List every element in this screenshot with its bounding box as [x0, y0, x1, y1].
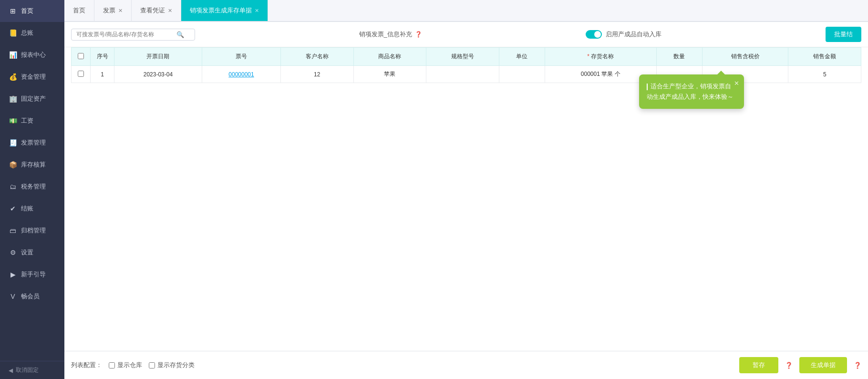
row-unit	[499, 66, 545, 83]
sidebar-item-inventory[interactable]: 📦 库存核算	[0, 154, 64, 176]
header-checkbox[interactable]	[72, 48, 91, 66]
sidebar-item-invoice[interactable]: 🧾 发票管理	[0, 132, 64, 154]
sidebar-item-home[interactable]: ⊞ 首页	[0, 0, 64, 22]
assets-icon: 🏢	[9, 95, 17, 103]
bottom-actions: 暂存 ❓ 生成单据 ❓	[739, 357, 861, 373]
header-ticket: 票号	[202, 48, 280, 66]
search-area[interactable]: 🔍	[71, 29, 195, 41]
sidebar-item-label: 发票管理	[21, 138, 46, 147]
bottom-bar: 列表配置： 显示仓库 显示存货分类 暂存 ❓ 生成单据 ❓	[64, 351, 868, 379]
sidebar-bottom-label: 取消固定	[16, 366, 39, 374]
sidebar-item-label: 资金管理	[21, 73, 46, 81]
tab-home-label: 首页	[73, 6, 85, 15]
tab-generate-inventory-label: 销项发票生成库存单据	[190, 6, 252, 15]
sidebar-item-tax[interactable]: 🗂 税务管理	[0, 176, 64, 198]
tooltip-popup: ✕ 适合生产型企业，销项发票自动生成产成品入库，快来体验～	[639, 74, 744, 109]
tab-invoice[interactable]: 发票 ✕	[94, 0, 132, 21]
tab-invoice-close-icon[interactable]: ✕	[118, 8, 123, 14]
closing-icon: ✔	[9, 205, 17, 212]
home-icon: ⊞	[9, 7, 17, 15]
info-label-text: 销项发票_信息补充	[359, 30, 412, 39]
sidebar-item-label: 结账	[21, 204, 33, 213]
tab-home[interactable]: 首页	[64, 0, 94, 21]
toggle-area: 启用产成品自动入库	[586, 30, 661, 39]
ticket-link[interactable]: 00000001	[228, 71, 254, 78]
archive-icon: 🗃	[9, 227, 17, 234]
table-header-row: 序号 开票日期 票号 客户名称 商品名称 规格型号 单位 * 存货名称 数量 销…	[72, 48, 861, 66]
sidebar-item-label: 报表中心	[21, 51, 46, 59]
sidebar-item-label: 设置	[21, 248, 33, 257]
payroll-icon: 💵	[9, 117, 17, 125]
sidebar-item-funds[interactable]: 💰 资金管理	[0, 66, 64, 88]
batch-button[interactable]: 批量结	[826, 27, 861, 42]
unpin-icon: ◀	[9, 367, 13, 374]
tab-voucher-close-icon[interactable]: ✕	[168, 8, 172, 14]
show-category-label[interactable]: 显示存货分类	[149, 361, 195, 369]
row-select-checkbox[interactable]	[78, 71, 84, 77]
row-date: 2023-03-04	[114, 66, 202, 83]
search-icon[interactable]: 🔍	[176, 31, 184, 38]
header-date: 开票日期	[114, 48, 202, 66]
vip-icon: V	[9, 293, 17, 300]
show-warehouse-checkbox[interactable]	[109, 362, 115, 368]
sidebar: ⊞ 首页 📒 总账 📊 报表中心 💰 资金管理 🏢 固定资产 💵 工资 🧾 发票…	[0, 0, 64, 379]
tab-generate-inventory-close-icon[interactable]: ✕	[255, 8, 259, 14]
info-help-icon[interactable]: ❓	[415, 31, 422, 38]
sidebar-unpin[interactable]: ◀ 取消固定	[0, 361, 64, 379]
sidebar-item-label: 工资	[21, 116, 33, 125]
header-customer: 客户名称	[281, 48, 353, 66]
tab-voucher-label: 查看凭证	[140, 6, 165, 15]
row-customer: 12	[281, 66, 353, 83]
table-container: 序号 开票日期 票号 客户名称 商品名称 规格型号 单位 * 存货名称 数量 销…	[64, 47, 868, 351]
generate-button[interactable]: 生成单据	[799, 357, 847, 373]
sidebar-item-reports[interactable]: 📊 报表中心	[0, 44, 64, 66]
main-content: 首页 发票 ✕ 查看凭证 ✕ 销项发票生成库存单据 ✕ 🔍 销项发票_信息补充 …	[64, 0, 868, 379]
sidebar-item-closing[interactable]: ✔ 结账	[0, 198, 64, 220]
sidebar-item-settings[interactable]: ⚙ 设置	[0, 242, 64, 263]
sidebar-item-label: 固定资产	[21, 95, 46, 103]
header-spec: 规格型号	[426, 48, 499, 66]
ledger-icon: 📒	[9, 29, 17, 37]
header-tax-price: 销售含税价	[702, 48, 788, 66]
tab-voucher[interactable]: 查看凭证 ✕	[132, 0, 181, 21]
required-star: *	[587, 53, 591, 60]
sidebar-item-archive[interactable]: 🗃 归档管理	[0, 220, 64, 242]
tooltip-close-icon[interactable]: ✕	[734, 78, 739, 89]
guide-icon: ▶	[9, 271, 17, 278]
sidebar-item-label: 总账	[21, 29, 33, 37]
sidebar-item-ledger[interactable]: 📒 总账	[0, 22, 64, 44]
sidebar-item-label: 畅会员	[21, 292, 40, 301]
page-body: 🔍 销项发票_信息补充 ❓ 启用产成品自动入库 批量结	[64, 22, 868, 379]
tab-invoice-label: 发票	[103, 6, 115, 15]
sidebar-item-payroll[interactable]: 💵 工资	[0, 110, 64, 132]
tab-generate-inventory[interactable]: 销项发票生成库存单据 ✕	[181, 0, 268, 21]
inventory-icon: 📦	[9, 161, 17, 168]
sidebar-item-label: 归档管理	[21, 226, 46, 235]
tax-icon: 🗂	[9, 183, 17, 190]
sidebar-item-vip[interactable]: V 畅会员	[0, 285, 64, 307]
invoice-icon: 🧾	[9, 139, 17, 147]
show-category-checkbox[interactable]	[149, 362, 155, 368]
save-help-icon[interactable]: ❓	[785, 362, 793, 369]
reports-icon: 📊	[9, 51, 17, 59]
generate-help-icon[interactable]: ❓	[854, 362, 861, 369]
sidebar-item-guide[interactable]: ▶ 新手引导	[0, 263, 64, 285]
sidebar-item-label: 库存核算	[21, 160, 46, 169]
sidebar-item-assets[interactable]: 🏢 固定资产	[0, 88, 64, 110]
sidebar-item-label: 税务管理	[21, 182, 46, 191]
header-qty: 数量	[656, 48, 702, 66]
row-checkbox[interactable]	[72, 66, 91, 83]
sidebar-item-label: 新手引导	[21, 270, 46, 279]
tooltip-text: 适合生产型企业，销项发票自动生成产成品入库，快来体验～	[647, 83, 734, 100]
row-amount: 5	[788, 66, 861, 83]
show-warehouse-label[interactable]: 显示仓库	[109, 361, 142, 369]
save-button[interactable]: 暂存	[739, 357, 778, 373]
row-ticket[interactable]: 00000001	[202, 66, 280, 83]
select-all-checkbox[interactable]	[78, 53, 84, 59]
auto-storage-toggle[interactable]	[586, 30, 602, 39]
header-seq: 序号	[91, 48, 114, 66]
row-product: 苹果	[353, 66, 426, 83]
search-input[interactable]	[76, 31, 176, 38]
tooltip-cursor-icon	[647, 84, 648, 90]
row-spec	[426, 66, 499, 83]
